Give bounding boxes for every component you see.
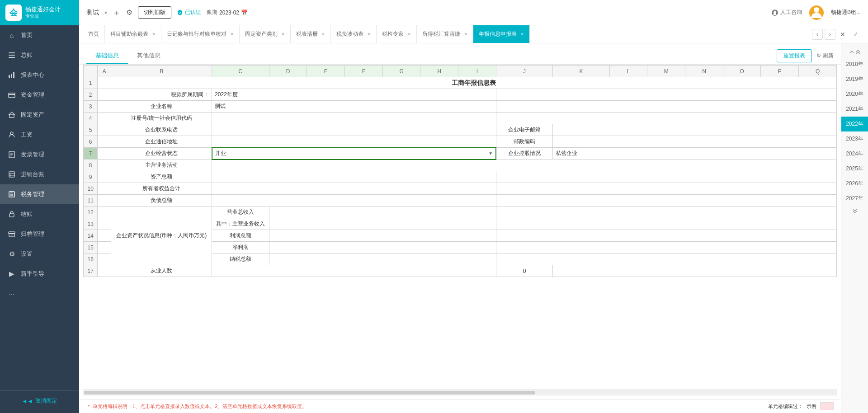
- tab-item-0[interactable]: 科目辅助余额表 ✕: [105, 25, 161, 43]
- cell-2-a[interactable]: [98, 89, 111, 101]
- cell-15-j[interactable]: [496, 242, 836, 253]
- col-header-f[interactable]: F: [345, 66, 383, 77]
- cell-13-d[interactable]: [269, 218, 496, 230]
- tab-close-2[interactable]: ✕: [281, 32, 285, 37]
- sidebar-item-guide[interactable]: ▶ 新手引导: [0, 264, 79, 284]
- cell-13-a[interactable]: [98, 218, 111, 230]
- cell-12-d[interactable]: [269, 206, 496, 218]
- cell-17-j[interactable]: 0: [496, 265, 553, 277]
- settings-gear-icon[interactable]: ⚙: [126, 8, 132, 17]
- cell-3-j[interactable]: [496, 101, 836, 113]
- col-header-k[interactable]: K: [553, 66, 610, 77]
- cell-10-c[interactable]: [212, 183, 496, 195]
- year-item-2022[interactable]: 2022年: [841, 117, 868, 131]
- sidebar-item-settings[interactable]: ⚙ 设置: [0, 244, 79, 264]
- tab-prev-button[interactable]: ‹: [812, 29, 823, 40]
- cell-12-a[interactable]: [98, 206, 111, 218]
- sidebar-item-tax[interactable]: 税务管理: [0, 184, 79, 204]
- sidebar-item-archive[interactable]: 归档管理: [0, 224, 79, 244]
- tab-close-5[interactable]: ✕: [407, 32, 411, 37]
- tab-close-7[interactable]: ✕: [520, 32, 524, 37]
- tab-close-3[interactable]: ✕: [321, 32, 325, 37]
- cell-8-c[interactable]: [212, 160, 837, 171]
- sidebar-item-fund[interactable]: 资金管理: [0, 85, 79, 105]
- chevron-down-icon[interactable]: ▾: [104, 9, 107, 16]
- year-item-2023[interactable]: 2023年: [841, 131, 868, 146]
- cell-7-k[interactable]: 私营企业: [553, 148, 837, 160]
- sidebar-item-closing[interactable]: 结账: [0, 204, 79, 224]
- sidebar-item-home[interactable]: ⌂ 首页: [0, 25, 79, 45]
- cell-5-a[interactable]: [98, 124, 111, 136]
- cell-10-a[interactable]: [98, 183, 111, 195]
- cell-15-a[interactable]: [98, 242, 111, 253]
- col-header-c[interactable]: C: [212, 66, 269, 77]
- cell-4-c[interactable]: [212, 113, 496, 124]
- cell-11-j[interactable]: [496, 195, 836, 206]
- cell-13-j[interactable]: [496, 218, 836, 230]
- cell-6-a[interactable]: [98, 136, 111, 148]
- form-tab-other[interactable]: 其他信息: [128, 48, 170, 64]
- col-header-h[interactable]: H: [420, 66, 458, 77]
- tab-close-1[interactable]: ✕: [230, 32, 234, 37]
- tab-close-all-button[interactable]: ✕: [837, 29, 848, 40]
- sidebar-item-unknown[interactable]: ···: [0, 284, 79, 304]
- cell-10-j[interactable]: [496, 183, 836, 195]
- sidebar-item-invoice[interactable]: 发票管理: [0, 145, 79, 164]
- cell-5-c[interactable]: [212, 124, 496, 136]
- cell-2-c[interactable]: 2022年度: [212, 89, 496, 101]
- col-header-g[interactable]: G: [382, 66, 420, 77]
- year-item-2021[interactable]: 2021年: [841, 102, 868, 117]
- cell-16-j[interactable]: [496, 253, 836, 265]
- year-item-2018[interactable]: 2018年: [841, 57, 868, 72]
- scrollbar-thumb[interactable]: [84, 391, 535, 394]
- cell-7-dropdown[interactable]: 开业 ▼: [212, 148, 496, 160]
- tab-home[interactable]: 首页: [83, 25, 105, 43]
- col-header-d[interactable]: D: [269, 66, 307, 77]
- cell-4-j[interactable]: [496, 113, 836, 124]
- cell-14-d[interactable]: [269, 230, 496, 242]
- cell-14-j[interactable]: [496, 230, 836, 242]
- cell-11-a[interactable]: [98, 195, 111, 206]
- cell-7-a[interactable]: [98, 148, 111, 160]
- col-header-q[interactable]: Q: [799, 66, 837, 77]
- tab-item-5[interactable]: 税检专家 ✕: [377, 25, 417, 43]
- sidebar-item-ledger[interactable]: 总账: [0, 45, 79, 65]
- cell-2-j[interactable]: [496, 89, 836, 101]
- tab-close-6[interactable]: ✕: [464, 32, 467, 37]
- year-item-2024[interactable]: 2024年: [841, 146, 868, 161]
- cell-9-c[interactable]: [212, 171, 496, 183]
- cell-1-a[interactable]: [98, 77, 111, 89]
- tab-item-3[interactable]: 税表清册 ✕: [291, 25, 331, 43]
- tab-item-4[interactable]: 税负波动表 ✕: [331, 25, 377, 43]
- cell-17-c[interactable]: [212, 265, 496, 277]
- sidebar-item-salary[interactable]: 工资: [0, 125, 79, 145]
- tab-close-4[interactable]: ✕: [367, 32, 371, 37]
- col-header-l[interactable]: L: [609, 66, 647, 77]
- year-item-2019[interactable]: 2019年: [841, 72, 868, 87]
- col-header-j[interactable]: J: [496, 66, 553, 77]
- year-item-2020[interactable]: 2020年: [841, 87, 868, 102]
- add-tab-button[interactable]: ＋: [113, 7, 121, 18]
- cell-6-k[interactable]: [553, 136, 837, 148]
- cell-6-c[interactable]: [212, 136, 496, 148]
- cell-9-j[interactable]: [496, 171, 836, 183]
- cell-11-c[interactable]: [212, 195, 496, 206]
- cell-16-a[interactable]: [98, 253, 111, 265]
- tab-item-1[interactable]: 日记账与银行对账单核对 ✕: [161, 25, 240, 43]
- cell-16-d[interactable]: [269, 253, 496, 265]
- year-item-2026[interactable]: 2026年: [841, 176, 868, 191]
- col-header-a[interactable]: A: [98, 66, 111, 77]
- tab-next-button[interactable]: ›: [825, 29, 835, 40]
- cell-4-a[interactable]: [98, 113, 111, 124]
- cell-8-a[interactable]: [98, 160, 111, 171]
- reset-report-button[interactable]: 重置报表: [777, 49, 812, 62]
- year-item-2025[interactable]: 2025年: [841, 161, 868, 176]
- cancel-fixed-button[interactable]: ◄◄ 取消固定: [7, 394, 72, 408]
- calendar-icon[interactable]: 📅: [241, 9, 248, 16]
- cell-9-a[interactable]: [98, 171, 111, 183]
- tab-close-0[interactable]: ✕: [152, 32, 156, 37]
- tab-item-6[interactable]: 所得税汇算清缴 ✕: [417, 25, 473, 43]
- cell-14-a[interactable]: [98, 230, 111, 242]
- tab-item-7[interactable]: 年报信息申报表 ✕: [473, 25, 530, 43]
- sidebar-item-report[interactable]: 报表中心: [0, 65, 79, 85]
